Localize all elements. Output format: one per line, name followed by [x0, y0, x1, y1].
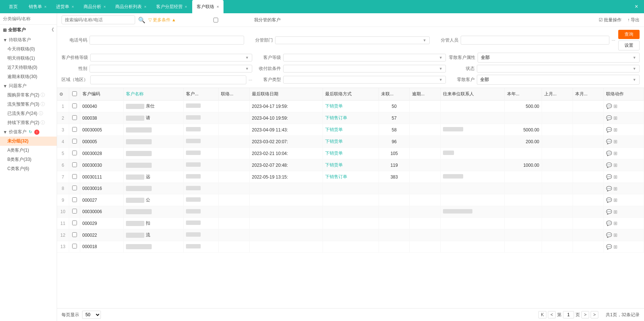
grid-action-icon[interactable]: ⊞ [613, 151, 617, 156]
tab-customer-segment-close[interactable]: × [185, 4, 187, 9]
payment-select[interactable]: ▼ [283, 65, 446, 73]
query-button[interactable]: 查询 [618, 30, 640, 39]
region-input[interactable] [90, 75, 246, 84]
window-close-button[interactable]: × [632, 3, 641, 10]
sidebar-item-hoard-anomaly[interactable]: 囤购异常客户(2) ⓘ [0, 91, 57, 100]
message-icon[interactable]: 💬 [606, 232, 612, 238]
first-page-btn[interactable]: K [538, 311, 546, 318]
row-checkbox[interactable] [72, 244, 77, 248]
grid-action-icon[interactable]: ⊞ [613, 197, 617, 203]
message-icon[interactable]: 💬 [606, 162, 612, 168]
grid-action-icon[interactable]: ⊞ [613, 115, 617, 121]
export-btn[interactable]: ↑ 导出 [627, 17, 640, 23]
sidebar-item-tomorrow-contact[interactable]: 明天待联络(1) [0, 54, 57, 63]
tab-product-analysis-list[interactable]: 商品分析列表 × [111, 0, 151, 13]
sidebar-search-input[interactable] [3, 16, 57, 21]
customer-level-select[interactable]: ▼ [283, 54, 446, 61]
grid-action-icon[interactable]: ⊞ [613, 232, 617, 238]
tab-purchase-close[interactable]: × [71, 4, 74, 9]
row-checkbox[interactable] [72, 209, 77, 214]
grid-action-icon[interactable]: ⊞ [613, 174, 617, 180]
row-checkbox[interactable] [72, 139, 77, 144]
tab-home[interactable]: 首页 [3, 0, 24, 13]
customer-type-select[interactable]: ▼ [283, 76, 446, 84]
sidebar-item-class-b[interactable]: B类客户(33) [0, 155, 57, 164]
last-page-btn[interactable]: > [591, 311, 598, 318]
message-icon[interactable]: 💬 [606, 127, 612, 133]
row-checkbox[interactable] [72, 162, 77, 167]
select-all-checkbox[interactable] [72, 91, 77, 96]
phone-input[interactable] [89, 36, 244, 45]
region-ellipsis[interactable]: ··· [249, 77, 252, 82]
grid-action-icon[interactable]: ⊞ [613, 209, 617, 215]
person-ellipsis[interactable]: ··· [612, 38, 615, 43]
row-checkbox[interactable] [72, 115, 77, 120]
sidebar-collapse-btn[interactable]: 《 [49, 27, 54, 33]
status-select[interactable]: ▼ [477, 65, 640, 73]
grid-action-icon[interactable]: ⊞ [613, 127, 617, 133]
next-page-btn[interactable]: > [581, 311, 589, 318]
row-checkbox[interactable] [72, 151, 77, 155]
tab-sales[interactable]: 销售单 × [24, 0, 51, 13]
row-checkbox[interactable] [72, 186, 77, 190]
tab-customer-contact-close[interactable]: × [217, 4, 219, 9]
last-method-link[interactable]: 下销货单 [325, 151, 343, 156]
message-icon[interactable]: 💬 [606, 151, 612, 156]
last-method-link[interactable]: 下销售订单 [325, 174, 347, 179]
last-method-link[interactable]: 下销货单 [325, 139, 343, 144]
row-checkbox[interactable] [72, 174, 77, 179]
message-icon[interactable]: 💬 [606, 174, 612, 180]
more-conditions-btn[interactable]: ▽ 更多条件 ▲ [148, 17, 176, 23]
message-icon[interactable]: 💬 [606, 197, 612, 203]
row-checkbox[interactable] [72, 103, 77, 108]
tab-customer-contact[interactable]: 客户联络 × [192, 0, 223, 13]
search-button[interactable]: 🔍 [138, 17, 145, 24]
my-customers-checkbox-label[interactable]: 我分管的客户 [179, 17, 281, 23]
batch-operation-btn[interactable]: ☑ 批量操作 [599, 17, 622, 23]
grid-action-icon[interactable]: ⊞ [613, 162, 617, 168]
last-method-link[interactable]: 下销货单 [325, 103, 343, 109]
refresh-icon[interactable]: ↻ [29, 130, 32, 134]
grid-action-icon[interactable]: ⊞ [613, 221, 617, 226]
retail-attr-select[interactable]: 全部 ▼ [478, 53, 640, 63]
grid-action-icon[interactable]: ⊞ [613, 186, 617, 191]
sidebar-item-class-a[interactable]: A类客户(1) [0, 146, 57, 155]
sidebar-item-ungroup[interactable]: 未分组(32) [0, 137, 57, 146]
row-checkbox[interactable] [72, 221, 77, 225]
tab-product-analysis-close[interactable]: × [103, 4, 106, 9]
last-method-link[interactable]: 下销售订单 [325, 115, 347, 120]
tab-customer-segment[interactable]: 客户分层经营 × [152, 0, 191, 13]
sidebar-item-lost-customers[interactable]: 已流失客户(24) ⓘ [0, 109, 57, 118]
message-icon[interactable]: 💬 [606, 244, 612, 250]
prev-page-btn[interactable]: < [548, 311, 556, 318]
grid-action-icon[interactable]: ⊞ [613, 103, 617, 109]
sidebar-item-declining[interactable]: 持续下滑客户(2) ⓘ [0, 118, 57, 127]
person-input[interactable] [461, 36, 609, 45]
search-input[interactable] [61, 15, 135, 24]
settings-th[interactable]: ⚙ [57, 88, 69, 100]
message-icon[interactable]: 💬 [606, 139, 612, 144]
message-icon[interactable]: 💬 [606, 221, 612, 226]
sidebar-item-class-c[interactable]: C类客户(6) [0, 164, 57, 173]
sidebar-item-overdue-contact[interactable]: 逾期未联络(30) [0, 72, 57, 81]
row-checkbox[interactable] [72, 232, 77, 237]
grid-action-icon[interactable]: ⊞ [613, 244, 617, 250]
reset-button[interactable]: 设置 [618, 40, 640, 50]
last-method-link[interactable]: 下销货单 [325, 127, 343, 132]
message-icon[interactable]: 💬 [606, 186, 612, 191]
my-customers-checkbox[interactable] [179, 18, 253, 22]
sidebar-item-7days-contact[interactable]: 近7天待联络(0) [0, 63, 57, 72]
price-level-select[interactable]: ▼ [90, 54, 252, 61]
message-icon[interactable]: 💬 [606, 115, 612, 121]
dept-select[interactable]: ▼ [275, 36, 430, 44]
tab-purchase[interactable]: 进货单 × [52, 0, 78, 13]
message-icon[interactable]: 💬 [606, 103, 612, 109]
retail-customer-select[interactable]: 全部 ▼ [477, 75, 640, 85]
settings-icon[interactable]: ⚙ [59, 92, 63, 97]
gender-select[interactable]: ▼ [89, 65, 252, 73]
sidebar-item-churn-warning[interactable]: 流失预警客户(3) ⓘ [0, 100, 57, 109]
page-number-input[interactable] [563, 311, 574, 318]
tab-product-analysis[interactable]: 商品分析 × [79, 0, 110, 13]
tab-product-analysis-list-close[interactable]: × [144, 4, 146, 9]
grid-action-icon[interactable]: ⊞ [613, 139, 617, 144]
